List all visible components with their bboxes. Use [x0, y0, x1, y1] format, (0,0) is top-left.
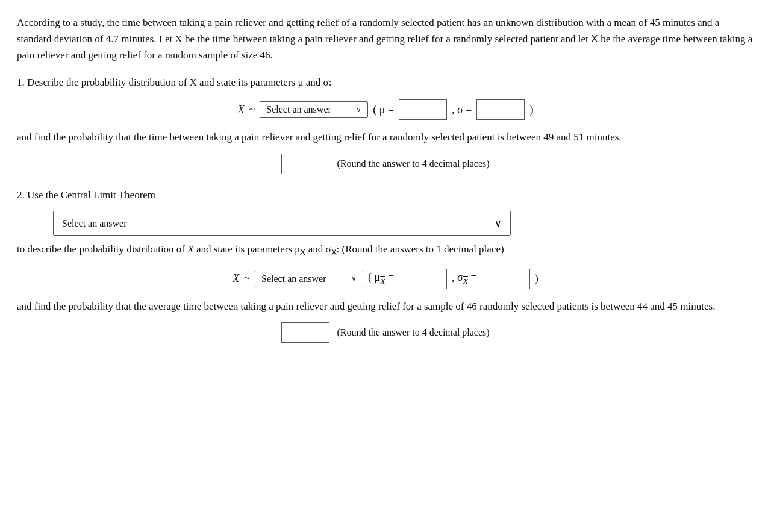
question-1-block: 1. Describe the probability distribution… — [17, 75, 754, 174]
q1-round-note: (Round the answer to 4 decimal places) — [337, 158, 489, 169]
question-1-formula-row: X ~ Select an answer ∨ ( μ = , σ = ) — [17, 99, 754, 120]
q2-probability-input[interactable] — [281, 322, 329, 343]
chevron-down-icon-2: ∨ — [495, 217, 502, 229]
q2-probability-answer-row: (Round the answer to 4 decimal places) — [17, 322, 754, 343]
question-2-block: 2. Use the Central Limit Theorem Select … — [17, 187, 754, 343]
sigma-label: , σ = — [452, 104, 472, 116]
q2-mu-xbar-input[interactable] — [399, 269, 447, 289]
q2-sigma-xbar-label: , σX = — [452, 271, 477, 286]
q1-sigma-input[interactable] — [476, 99, 525, 120]
q2-distribution-select[interactable]: Select an answer ∨ — [255, 271, 363, 287]
close-paren-2: ) — [535, 272, 538, 285]
question-2-formula-row: X ~ Select an answer ∨ ( μX = , σX = ) — [17, 269, 754, 289]
mu-label: ( μ = — [373, 104, 394, 116]
tilde-symbol-2: ~ — [244, 272, 250, 285]
chevron-down-icon-3: ∨ — [351, 274, 357, 283]
q1-probability-answer-row: (Round the answer to 4 decimal places) — [17, 154, 754, 174]
question-1-label: 1. Describe the probability distribution… — [17, 75, 754, 90]
q2-clt-select[interactable]: Select an answer ∨ — [53, 211, 511, 236]
q1-distribution-select[interactable]: Select an answer ∨ — [260, 101, 368, 118]
x-variable: X — [238, 104, 245, 116]
q2-round-note: (Round the answer to 4 decimal places) — [337, 327, 489, 338]
q2-probability-note: and find the probability that the averag… — [17, 299, 754, 315]
q1-probability-note: and find the probability that the time b… — [17, 130, 754, 145]
q2-sigma-xbar-input[interactable] — [482, 269, 530, 289]
close-paren-1: ) — [529, 104, 533, 116]
q1-probability-input[interactable] — [281, 154, 329, 174]
q2-description: to describe the probability distribution… — [17, 242, 754, 259]
chevron-down-icon: ∨ — [356, 105, 361, 114]
q2-mu-xbar-label: ( μX = — [368, 271, 394, 286]
xbar-variable: X — [233, 272, 239, 285]
question-2-label: 2. Use the Central Limit Theorem — [17, 187, 754, 203]
tilde-symbol: ~ — [249, 104, 255, 116]
intro-paragraph: According to a study, the time between t… — [17, 14, 754, 64]
q1-mu-input[interactable] — [399, 99, 447, 120]
